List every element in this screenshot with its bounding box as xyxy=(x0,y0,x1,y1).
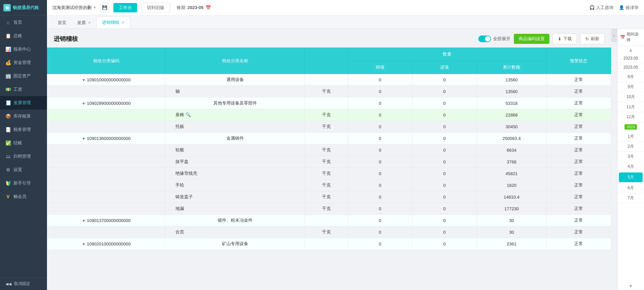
scroll-down-button[interactable]: ▼ xyxy=(618,282,644,290)
right-panel-collapse[interactable]: › xyxy=(611,29,617,42)
cell-code xyxy=(47,191,165,203)
sidebar-item-vip[interactable]: V 畅会员 xyxy=(0,190,47,203)
table-row: 铸造盖子 千克 0 0 14810.4 正常 xyxy=(47,191,611,203)
tab-reconciliation-close[interactable]: ✕ xyxy=(121,20,124,25)
reconciliation-table: 税收分类编码 税收分类名称 数量 预警状态 销项 进项 累计数额 xyxy=(47,48,611,250)
support-label[interactable]: 🎧 人工咨询 xyxy=(589,5,613,11)
period-item-4[interactable]: 4月 xyxy=(618,162,644,172)
salary-icon: 💵 xyxy=(5,87,11,92)
search-icon[interactable]: 🔍 xyxy=(185,112,191,117)
table-container[interactable]: 税收分类编码 税收分类名称 数量 预警状态 销项 进项 累计数额 xyxy=(47,48,611,290)
sidebar-item-assets[interactable]: 🏢 固定资产 xyxy=(0,69,47,83)
cell-status: 正常 xyxy=(546,144,611,156)
cell-total: 53318 xyxy=(477,97,546,109)
cell-name: 铸造盖子 xyxy=(165,191,305,203)
collapse-icon[interactable]: ▼ xyxy=(82,242,86,246)
period-item-1[interactable]: 1月 xyxy=(618,132,644,142)
cell-name: 通用设备 xyxy=(165,74,305,86)
collapse-icon[interactable]: ▼ xyxy=(82,137,86,141)
collapse-icon[interactable]: ▼ xyxy=(82,219,86,223)
page-title: 进销稽核 xyxy=(54,35,78,43)
period-item-7[interactable]: 7月 xyxy=(618,193,644,203)
cell-code: ▼109010000000000000 xyxy=(47,74,165,86)
cell-purchase: 0 xyxy=(412,121,477,133)
cell-sales: 0 xyxy=(348,168,412,179)
workbench-button[interactable]: 工作台 xyxy=(113,3,137,12)
scroll-up-button[interactable]: ▲ xyxy=(618,46,644,54)
user-info[interactable]: 👤 徐泽华 xyxy=(619,5,639,11)
calendar-icon[interactable]: 📅 xyxy=(206,5,211,10)
expand-all-label: 全部展开 xyxy=(493,36,511,42)
cell-unit: 千克 xyxy=(305,144,348,156)
home-icon: ⌂ xyxy=(5,20,11,25)
cell-total: 13560 xyxy=(477,74,546,86)
table-row: 绝缘导线壳 千克 0 0 45821 正常 xyxy=(47,168,611,179)
tab-reconciliation-label: 进销稽核 xyxy=(102,19,119,25)
period-list: 2023.05 2023.05 8月 9月 10月 11月 12月 2023 1… xyxy=(618,54,644,282)
period-item-2023-05-1[interactable]: 2023.05 xyxy=(618,54,644,63)
cell-sales: 0 xyxy=(348,109,412,121)
table-row: 座椅🔍 千克 0 0 22868 正常 xyxy=(47,109,611,121)
table-row: ▼109013600000000000 金属铸件 0 0 250083.4 正常 xyxy=(47,133,611,144)
sidebar-item-settings[interactable]: ⚙ 设置 xyxy=(0,163,47,176)
sidebar-item-ledger[interactable]: 📋 总账 xyxy=(0,29,47,43)
sidebar-item-label: 归档管理 xyxy=(13,153,31,159)
period-select-icon: 📅 xyxy=(620,35,625,40)
sidebar-item-archive[interactable]: 🗂 归档管理 xyxy=(0,150,47,163)
switch-version-button[interactable]: 切到旧版 xyxy=(141,3,170,13)
save-button[interactable]: 💾 xyxy=(100,3,109,12)
cell-purchase: 0 xyxy=(412,109,477,121)
sidebar-item-label: 报表中心 xyxy=(13,46,31,52)
period-item-2[interactable]: 2月 xyxy=(618,142,644,152)
assets-icon: 🏢 xyxy=(5,73,11,79)
product-code-button[interactable]: 商品编码设置 xyxy=(514,34,549,44)
company-selector[interactable]: 沈海英测试经营勿删 ▾ xyxy=(52,5,96,11)
unpin-button[interactable]: ◀◀ 取消固定 xyxy=(0,278,47,290)
cell-purchase: 0 xyxy=(412,144,477,156)
sidebar-item-guide[interactable]: 🔰 新手引导 xyxy=(0,176,47,190)
sidebar-item-home[interactable]: ⌂ 首页 xyxy=(0,16,47,29)
collapse-icon[interactable]: ▼ xyxy=(82,78,86,82)
sidebar-item-inventory[interactable]: 📦 库存核算 xyxy=(0,110,47,123)
period-item-8[interactable]: 8月 xyxy=(618,72,644,82)
period-item-6[interactable]: 6月 xyxy=(618,183,644,193)
chevron-down-icon: ▾ xyxy=(94,5,96,10)
refresh-icon: ↻ xyxy=(585,37,589,42)
table-row: ▼109013700000000000 锻件、粉末冶金件 0 0 30 正常 xyxy=(47,215,611,226)
tab-home[interactable]: 首页 xyxy=(52,17,72,28)
cell-unit: 千克 xyxy=(305,203,348,215)
sidebar-item-invoice[interactable]: 🧾 发票管理 xyxy=(0,96,47,110)
tab-invoice-close[interactable]: ✕ xyxy=(88,21,91,25)
cell-name: 轴 xyxy=(165,86,305,97)
period-item-5-active[interactable]: 5月 xyxy=(619,172,643,183)
period-item-9[interactable]: 9月 xyxy=(618,82,644,92)
toggle-switch[interactable] xyxy=(478,35,491,42)
period-item-2023-05-2[interactable]: 2023.05 xyxy=(618,63,644,72)
collapse-icon[interactable]: ▼ xyxy=(82,101,86,105)
tab-invoice[interactable]: 发票 ✕ xyxy=(72,17,96,28)
unpin-label: 取消固定 xyxy=(14,281,30,287)
sidebar-item-salary[interactable]: 💵 工资 xyxy=(0,83,47,96)
save-icon: 💾 xyxy=(102,5,107,10)
tab-home-label: 首页 xyxy=(58,20,66,26)
cell-purchase: 0 xyxy=(412,215,477,226)
cell-total: 30450 xyxy=(477,121,546,133)
period-item-3[interactable]: 3月 xyxy=(618,152,644,162)
cell-total: 30 xyxy=(477,215,546,226)
cell-purchase: 0 xyxy=(412,238,477,250)
sidebar-item-tax[interactable]: 📑 税务管理 xyxy=(0,123,47,136)
cell-sales: 0 xyxy=(348,74,412,86)
download-button[interactable]: ⬇ 下载 xyxy=(553,33,577,44)
sidebar-item-funds[interactable]: 💰 资金管理 xyxy=(0,56,47,69)
period-item-11[interactable]: 11月 xyxy=(618,102,644,112)
th-sales: 销项 xyxy=(348,61,412,74)
sidebar-item-close[interactable]: ✅ 结账 xyxy=(0,136,47,150)
cell-name: 地漏 xyxy=(165,203,305,215)
sidebar-item-reports[interactable]: 📊 报表中心 xyxy=(0,43,47,56)
period-item-12[interactable]: 12月 xyxy=(618,112,644,122)
period-item-10[interactable]: 10月 xyxy=(618,92,644,102)
refresh-button[interactable]: ↻ 刷新 xyxy=(580,33,604,44)
tab-reconciliation[interactable]: 进销稽核 ✕ xyxy=(96,16,130,28)
cell-sales: 0 xyxy=(348,215,412,226)
expand-all-toggle[interactable]: 全部展开 xyxy=(478,35,511,42)
